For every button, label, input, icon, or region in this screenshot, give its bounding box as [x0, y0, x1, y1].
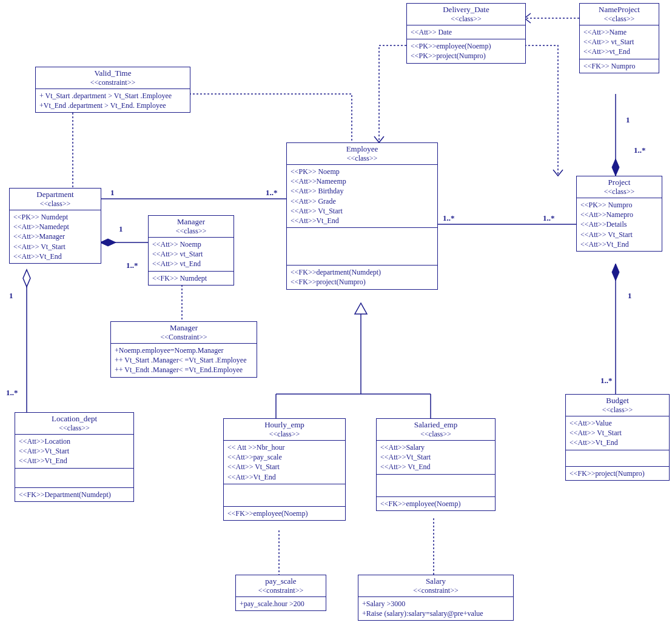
- attr: <<FK>>project(Numpro): [291, 277, 434, 287]
- attr: <<Att>> Vt_Start: [13, 242, 97, 252]
- attr: <<FK>>project(Numpro): [570, 469, 665, 478]
- constraint-row: +Salary >3000: [362, 599, 509, 609]
- attr: <<Att>>Nameemp: [291, 176, 434, 186]
- attr: <<Att>>Location: [19, 436, 130, 446]
- class-delivery-date: Delivery_Date <<class>> <<Att>> Date <<P…: [406, 3, 526, 64]
- attr: <<FK>>employee(Noemp): [380, 499, 491, 509]
- class-stereo: <<class>>: [291, 154, 434, 163]
- attr: <<Att>>Details: [580, 219, 658, 229]
- class-budget: Budget <<class>> <<Att>>Value <<Att>> Vt…: [565, 394, 670, 481]
- class-valid-time: Valid_Time <<constraint>> + Vt_Start .de…: [35, 67, 190, 113]
- class-employee: Employee <<class>> <<PK>> Noemp <<Att>>N…: [286, 142, 438, 290]
- mult-dep-loc-1: 1: [9, 291, 13, 301]
- attr: <<PK>> Numpro: [580, 200, 658, 210]
- attr: <<Att>> vt_End: [152, 259, 230, 269]
- class-project: Project <<class>> <<PK>> Numpro <<Att>>N…: [576, 176, 662, 252]
- class-title: Employee: [291, 144, 434, 154]
- attr: <<FK>> Numdept: [152, 273, 230, 283]
- attr: <<PK>> Noemp: [291, 167, 434, 176]
- class-nameproject: NameProject <<class>> <<Att>>Name <<Att>…: [579, 3, 659, 73]
- constraint-row: + Vt_Start .department > Vt_Start .Emplo…: [39, 91, 186, 101]
- class-title: Location_dept: [19, 414, 130, 424]
- attr: <<Att>>vt_End: [583, 47, 655, 56]
- attr: <<FK>>department(Numdept): [291, 267, 434, 277]
- attr: <<Att>>Value: [570, 418, 665, 428]
- class-title: Hourly_emp: [227, 420, 341, 430]
- attr: << Att >>Nbr_hour: [227, 443, 341, 452]
- mult-proj-budget-n: 1..*: [600, 376, 613, 386]
- class-stereo: <<class>>: [227, 430, 341, 439]
- attr: <<Att>> Grade: [291, 196, 434, 206]
- svg-marker-15: [612, 264, 619, 281]
- class-manager-constraint: Manager <<Constraint>> +Noemp.employee=N…: [110, 321, 257, 378]
- class-salary-constraint: Salary <<constraint>> +Salary >3000 +Rai…: [358, 575, 514, 621]
- class-stereo: <<constraint>>: [362, 586, 509, 595]
- mult-emp-proj-n2: 1..*: [543, 213, 555, 223]
- mult-dep-mgr-n: 1..*: [126, 261, 138, 270]
- constraint-row: +pay_scale.hour >200: [240, 599, 322, 609]
- class-title: Project: [580, 178, 658, 187]
- attr: <<Att>>Namedept: [13, 222, 97, 232]
- svg-marker-13: [612, 159, 619, 176]
- attr: <<Att>> Birthday: [291, 186, 434, 196]
- attr: <<PK>>project(Numpro): [411, 51, 522, 61]
- class-title: Budget: [570, 396, 665, 406]
- svg-marker-5: [23, 270, 30, 287]
- class-stereo: <<class>>: [13, 199, 97, 209]
- attr: <<Att>>Name: [583, 27, 655, 37]
- attr: <<FK>>Department(Numdept): [19, 490, 130, 499]
- attr: <<Att>>Vt_End: [580, 239, 658, 249]
- attr: <<Att>> Vt_Start: [291, 206, 434, 216]
- constraint-row: +Vt_End .department > Vt_End. Employee: [39, 101, 186, 110]
- attr: <<Att>> Vt_Start: [570, 428, 665, 438]
- constraint-row: ++ Vt_Start .Manager< =Vt_Start .Employe…: [115, 355, 253, 365]
- attr: <<Att>>Vt_End: [570, 438, 665, 447]
- mult-proj-budget-1: 1: [628, 291, 632, 301]
- class-stereo: <<class>>: [380, 430, 491, 439]
- attr: <<Att>>Manager: [13, 232, 97, 241]
- attr: <<PK>> Numdept: [13, 212, 97, 222]
- attr: <<Att>>Vt_End: [291, 216, 434, 225]
- attr: <<Att>>pay_scale: [227, 452, 341, 462]
- svg-marker-3: [100, 239, 116, 246]
- attr: <<Att>> Vt_Start: [227, 462, 341, 472]
- attr: <<FK>> Numpro: [583, 61, 655, 71]
- class-title: Valid_Time: [39, 68, 186, 78]
- class-hourly-emp: Hourly_emp <<class>> << Att >>Nbr_hour <…: [223, 418, 346, 521]
- class-stereo: <<class>>: [580, 187, 658, 196]
- class-stereo: <<Constraint>>: [115, 333, 253, 342]
- class-department: Department <<class>> <<PK>> Numdept <<At…: [9, 188, 101, 264]
- class-title: Manager: [115, 323, 253, 333]
- class-title: Department: [13, 190, 97, 199]
- mult-dep-emp-1: 1: [110, 188, 115, 198]
- mult-emp-proj-n1: 1..*: [443, 213, 455, 223]
- attr: <<Att>> Vt_End: [380, 462, 491, 472]
- constraint-row: +Noemp.employee=Noemp.Manager: [115, 346, 253, 355]
- class-title: Manager: [152, 217, 230, 227]
- mult-proj-name-n: 1..*: [634, 145, 646, 155]
- attr: <<Att>>Vt_End: [13, 252, 97, 261]
- class-stereo: <<class>>: [583, 15, 655, 24]
- constraint-row: ++ Vt_Endt .Manager< =Vt_End.Employee: [115, 365, 253, 375]
- svg-marker-7: [355, 303, 367, 314]
- attr: <<PK>>employee(Noemp): [411, 41, 522, 51]
- mult-dep-emp-n: 1..*: [266, 188, 278, 198]
- mult-dep-loc-n: 1..*: [6, 388, 18, 398]
- class-title: pay_scale: [240, 576, 322, 586]
- mult-dep-mgr-1: 1: [119, 224, 123, 234]
- class-pay-scale: pay_scale <<constraint>> +pay_scale.hour…: [235, 575, 326, 611]
- class-location-dept: Location_dept <<class>> <<Att>>Location …: [15, 412, 134, 502]
- class-salaried-emp: Salaried_emp <<class>> <<Att>>Salary <<A…: [376, 418, 496, 511]
- constraint-row: +Raise (salary):salary=salary@pre+value: [362, 609, 509, 618]
- attr: <<Att>> Date: [411, 27, 522, 37]
- attr: <<FK>>employee(Noemp): [227, 509, 341, 518]
- class-stereo: <<class>>: [152, 227, 230, 236]
- mult-proj-name-1: 1: [626, 115, 630, 125]
- attr: <<Att>> vt_Start: [152, 249, 230, 259]
- attr: <<Att>>Namepro: [580, 210, 658, 219]
- attr: <<Att>>Vt_End: [227, 472, 341, 482]
- attr: <<Att>>Salary: [380, 443, 491, 452]
- attr: <<Att>> vt_Start: [583, 37, 655, 47]
- class-stereo: <<constraint>>: [39, 78, 186, 87]
- attr: <<Att>>Vt_Start: [380, 452, 491, 462]
